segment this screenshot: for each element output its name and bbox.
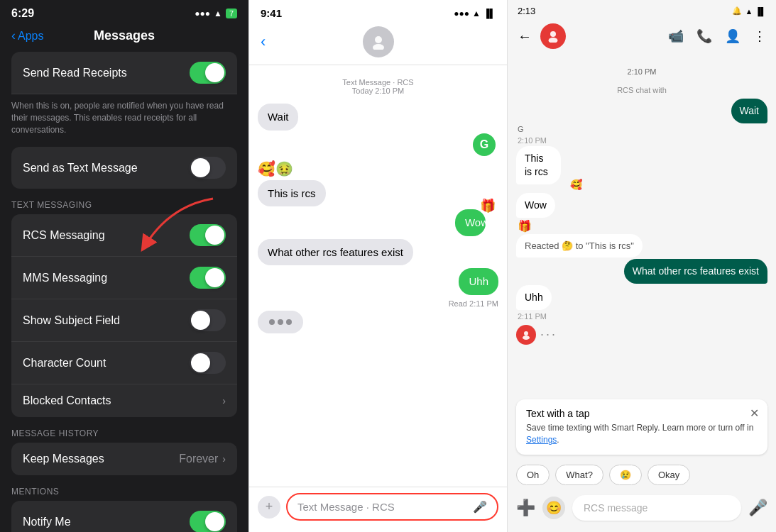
mic-icon-right[interactable]: 🎤	[748, 499, 767, 517]
quick-reply-oh[interactable]: Oh	[516, 465, 550, 485]
group-read-receipts: Send Read Receipts When this is on, peop…	[0, 52, 248, 135]
notify-me-toggle[interactable]	[190, 511, 226, 532]
send-read-receipts-label: Send Read Receipts	[23, 67, 127, 79]
svg-point-1	[373, 44, 384, 50]
smart-reply-close-button[interactable]: ✕	[750, 406, 759, 420]
rcs-messaging-toggle[interactable]	[190, 224, 226, 246]
setting-rcs-messaging[interactable]: RCS Messaging	[11, 214, 237, 257]
settings-content: Send Read Receipts When this is on, peop…	[0, 52, 248, 532]
send-as-text-toggle[interactable]	[190, 157, 226, 179]
add-person-icon[interactable]: 👤	[725, 28, 741, 44]
mms-messaging-toggle[interactable]	[190, 267, 226, 289]
status-bar-right: 2:13 🔔 ▲ ▐▌	[508, 0, 776, 19]
send-read-receipts-toggle[interactable]	[190, 62, 226, 84]
smart-reply-card: ✕ Text with a tap Save time texting with…	[516, 399, 767, 455]
input-bar-mid: + Text Message · RCS 🎤	[249, 487, 507, 532]
setting-send-read-receipts[interactable]: Send Read Receipts	[11, 52, 237, 94]
date-sublabel: Today 2:10 PM	[258, 87, 498, 95]
signal-icon: ●●●	[195, 9, 210, 18]
more-options-icon[interactable]: ⋮	[753, 28, 766, 44]
notify-me-label: Notify Me	[23, 516, 71, 528]
character-count-toggle[interactable]	[190, 352, 226, 374]
bubble-what-features-right: What other rcs features exist	[624, 259, 767, 284]
date-label-right: 2:10 PM	[516, 67, 767, 76]
bubble-reacted-right: Reacted 🤔 to "This is rcs"	[516, 234, 643, 258]
add-button-mid[interactable]: +	[258, 496, 280, 519]
typing-bubble-mid	[258, 311, 303, 333]
notification-icon: 🔔	[732, 6, 742, 16]
rcs-chat-label: RCS chat with	[516, 86, 767, 94]
show-subject-field-toggle[interactable]	[190, 309, 226, 331]
back-button-right[interactable]: ←	[518, 28, 532, 45]
time-211-label: 2:11 PM	[518, 312, 547, 321]
bubble-wow-outgoing-wrapper: 🎁 Wow	[455, 209, 498, 236]
left-panel: 6:29 ●●● ▲ 7 ‹ Apps Messages Send Read R…	[0, 0, 248, 532]
setting-keep-messages[interactable]: Keep Messages Forever ›	[11, 443, 237, 475]
setting-notify-me[interactable]: Notify Me	[11, 501, 237, 532]
send-as-text-label: Send as Text Message	[23, 162, 138, 174]
smart-reply-settings-link[interactable]: Settings	[526, 435, 557, 445]
chevron-right-icon: ›	[222, 395, 226, 406]
page-title: Messages	[94, 28, 155, 43]
chat-header-right: ← 📹 📞 👤 ⋮	[508, 19, 776, 56]
back-button-mid[interactable]: ‹	[261, 33, 266, 51]
typing-dot-3	[286, 319, 292, 325]
status-time-mid: 9:41	[261, 7, 282, 19]
svg-point-0	[375, 36, 382, 43]
character-count-label: Character Count	[23, 357, 106, 370]
bubble-uhh-right: Uhh	[516, 285, 552, 310]
sender-g-label: G	[518, 125, 524, 133]
setting-character-count[interactable]: Character Count	[11, 342, 237, 384]
bubble-this-is-rcs-right-wrapper: This is rcs 🥰	[516, 146, 578, 184]
avatar-typing	[516, 325, 536, 345]
quick-reply-okay[interactable]: Okay	[647, 465, 690, 485]
rcs-input-right[interactable]: RCS message	[572, 495, 741, 521]
mic-icon-mid[interactable]: 🎤	[473, 500, 487, 514]
svg-point-5	[523, 336, 530, 340]
read-label-mid: Read 2:11 PM	[449, 299, 498, 308]
smart-reply-title: Text with a tap	[526, 408, 758, 419]
blocked-contacts-label: Blocked Contacts	[23, 394, 111, 407]
status-bar-mid: 9:41 ●●● ▲ ▐▌	[249, 0, 507, 22]
quick-reply-what[interactable]: What?	[555, 465, 603, 485]
status-icons-mid: ●●● ▲ ▐▌	[454, 9, 496, 18]
emoji-react-icon: 🥰	[570, 179, 582, 190]
rcs-input-placeholder: RCS message	[584, 502, 647, 514]
back-button[interactable]: ‹ Apps	[11, 28, 43, 43]
phone-call-icon[interactable]: 📞	[696, 28, 712, 44]
setting-send-as-text[interactable]: Send as Text Message	[11, 147, 237, 189]
signal-wifi-battery-icons: ▲ ▐▌	[745, 7, 766, 16]
date-label-mid: Text Message · RCS Today 2:10 PM	[258, 78, 498, 95]
text-input-mid[interactable]: Text Message · RCS 🎤	[286, 493, 498, 521]
smart-reply-desc: Save time texting with Smart Reply. Lear…	[526, 422, 758, 446]
avatar-right	[540, 23, 566, 49]
send-read-receipts-desc: When this is on, people are notified whe…	[11, 100, 237, 135]
header-actions-right: 📹 📞 👤 ⋮	[668, 28, 766, 44]
video-call-icon[interactable]: 📹	[668, 28, 684, 44]
status-time-left: 6:29	[11, 7, 34, 20]
bubble-wow-right: Wow	[516, 193, 555, 218]
typing-dot-2	[278, 319, 283, 325]
chevron-left-icon: ‹	[11, 28, 16, 43]
typing-row-right: ···	[516, 325, 557, 345]
status-icons-right: 🔔 ▲ ▐▌	[732, 6, 766, 16]
back-label[interactable]: Apps	[18, 30, 43, 43]
setting-mms-messaging[interactable]: MMS Messaging	[11, 257, 237, 299]
status-bar-left: 6:29 ●●● ▲ 7	[0, 0, 248, 24]
emoji-icon-right[interactable]: 😊	[542, 497, 565, 519]
section-mentions: MENTIONS	[11, 487, 237, 497]
setting-show-subject-field[interactable]: Show Subject Field	[11, 299, 237, 342]
status-time-right: 2:13	[518, 6, 535, 16]
bubble-this-is-rcs-right: This is rcs	[516, 146, 561, 184]
add-icon-right[interactable]: ➕	[516, 499, 535, 517]
quick-reply-sad[interactable]: 😢	[609, 465, 642, 485]
typing-dot-1	[269, 319, 275, 325]
mms-messaging-label: MMS Messaging	[23, 272, 107, 284]
typing-dots-right: ···	[540, 327, 557, 342]
time-210-label: 2:10 PM	[518, 136, 547, 145]
wifi-icon: ▲	[214, 9, 222, 18]
setting-blocked-contacts[interactable]: Blocked Contacts ›	[11, 384, 237, 417]
svg-point-4	[524, 331, 528, 336]
person-icon-typing	[521, 330, 531, 340]
right-panel: 2:13 🔔 ▲ ▐▌ ← 📹 📞 👤 ⋮ 2:10 PM RCS chat w…	[508, 0, 776, 532]
